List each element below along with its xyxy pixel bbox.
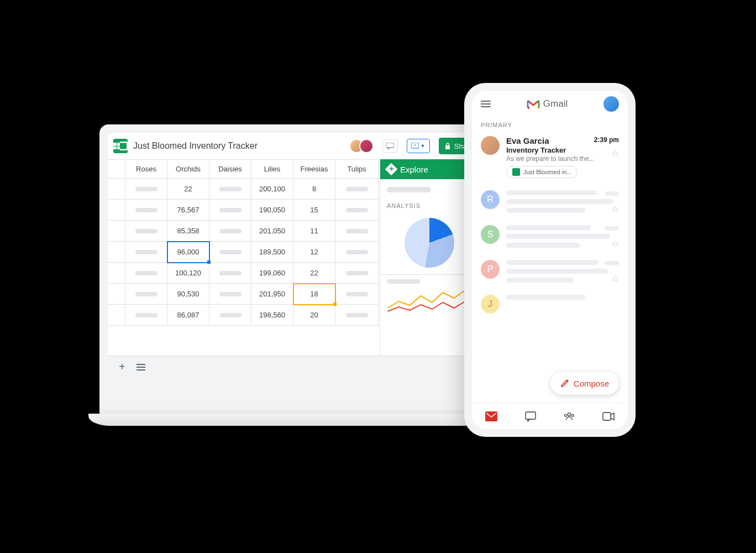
explore-panel: Explore ANALYSIS: [380, 159, 478, 378]
primary-tab-label[interactable]: PRIMARY: [472, 117, 628, 134]
email-item-placeholder[interactable]: J: [472, 290, 628, 321]
star-icon[interactable]: ☆: [611, 238, 619, 249]
gmail-icon: [527, 99, 540, 109]
analysis-label: ANALYSIS: [380, 197, 478, 212]
svg-rect-3: [445, 145, 450, 149]
nav-mail-icon[interactable]: [485, 410, 497, 422]
svg-rect-12: [603, 413, 611, 420]
laptop-frame: Just Bloomed Inventory Tracker + ▼ Sha R…: [99, 124, 486, 415]
comment-icon[interactable]: [382, 139, 398, 153]
star-icon[interactable]: ☆: [611, 148, 619, 159]
col-header[interactable]: Orchids: [167, 160, 209, 179]
svg-text:+: +: [414, 143, 417, 148]
sparkline-chart-icon[interactable]: [386, 286, 473, 314]
sheets-window: Just Bloomed Inventory Tracker + ▼ Sha R…: [108, 133, 478, 378]
sheets-titlebar: Just Bloomed Inventory Tracker + ▼ Sha: [108, 133, 478, 159]
attachment-chip[interactable]: Just Bloomed in...: [506, 166, 578, 178]
svg-rect-8: [526, 412, 536, 419]
email-item-placeholder[interactable]: S ☆: [472, 221, 628, 255]
table-row: 96,000189,50012: [108, 242, 379, 263]
svg-rect-7: [485, 411, 497, 421]
spreadsheet-grid[interactable]: Roses Orchids Daisies Lilies Freesias Tu…: [108, 159, 379, 326]
email-subject: Inventory Tracker: [506, 146, 619, 154]
gmail-topbar: Gmail: [472, 91, 628, 117]
pie-chart-icon[interactable]: [405, 218, 454, 268]
explore-header[interactable]: Explore: [380, 159, 478, 179]
sender-avatar: P: [481, 260, 500, 279]
col-header[interactable]: Roses: [125, 160, 167, 179]
avatar[interactable]: [359, 139, 374, 153]
sender-avatar: [481, 136, 500, 155]
bottom-nav: [472, 403, 628, 429]
sender-avatar: R: [481, 190, 500, 209]
sender-avatar: S: [481, 225, 500, 244]
email-snippet: As we prepare to launch the...: [506, 155, 619, 163]
sheets-logo-icon: [113, 139, 128, 153]
star-icon[interactable]: ☆: [611, 273, 619, 284]
lock-icon: [444, 142, 451, 150]
present-button[interactable]: + ▼: [407, 139, 430, 153]
gmail-logo: Gmail: [500, 98, 595, 109]
table-row: 76,567190,05015: [108, 200, 379, 221]
email-item-placeholder[interactable]: R ☆: [472, 186, 628, 221]
svg-point-9: [568, 413, 571, 416]
col-header[interactable]: Freesias: [293, 160, 335, 179]
svg-point-10: [565, 414, 567, 416]
header-row: Roses Orchids Daisies Lilies Freesias Tu…: [108, 160, 379, 179]
nav-chat-icon[interactable]: [524, 410, 537, 422]
svg-point-11: [572, 414, 574, 416]
explore-icon: [385, 163, 398, 176]
col-header[interactable]: Lilies: [251, 160, 293, 179]
nav-meet-icon[interactable]: [602, 410, 615, 422]
collaborator-avatars: [354, 139, 374, 153]
document-title[interactable]: Just Bloomed Inventory Tracker: [133, 141, 348, 151]
hamburger-icon[interactable]: [481, 101, 491, 107]
col-header[interactable]: Tulips: [335, 160, 379, 179]
gmail-app: Gmail PRIMARY Eva Garcia Inventory Track…: [472, 91, 628, 429]
nav-spaces-icon[interactable]: [563, 410, 575, 422]
sheets-chip-icon: [512, 168, 520, 176]
phone-frame: Gmail PRIMARY Eva Garcia Inventory Track…: [464, 83, 636, 437]
email-time: 2:39 pm: [594, 136, 619, 144]
sheets-footer: +: [108, 356, 478, 378]
email-item[interactable]: Eva Garcia Inventory Tracker As we prepa…: [472, 134, 628, 186]
collaborator-cell[interactable]: 18: [293, 284, 335, 305]
col-header[interactable]: Daisies: [209, 160, 251, 179]
svg-rect-0: [386, 143, 394, 148]
table-row: 85,358201,05011: [108, 221, 379, 242]
sender-avatar: J: [481, 295, 500, 314]
table-row: 100,120199,06022: [108, 263, 379, 284]
account-avatar[interactable]: [603, 96, 619, 112]
table-row: 86,087198,56020: [108, 305, 379, 326]
table-row: 90,530201,95018: [108, 284, 379, 305]
table-row: 22200,1008: [108, 179, 379, 200]
explore-search-placeholder[interactable]: [387, 187, 431, 192]
star-icon[interactable]: ☆: [611, 204, 619, 214]
laptop-base: [88, 414, 497, 426]
compose-button[interactable]: Compose: [550, 372, 619, 395]
add-sheet-icon[interactable]: +: [119, 361, 125, 373]
email-item-placeholder[interactable]: P ☆: [472, 255, 628, 290]
selected-cell[interactable]: 96,000: [167, 242, 209, 263]
all-sheets-icon[interactable]: [136, 364, 145, 371]
pencil-icon: [560, 379, 569, 388]
